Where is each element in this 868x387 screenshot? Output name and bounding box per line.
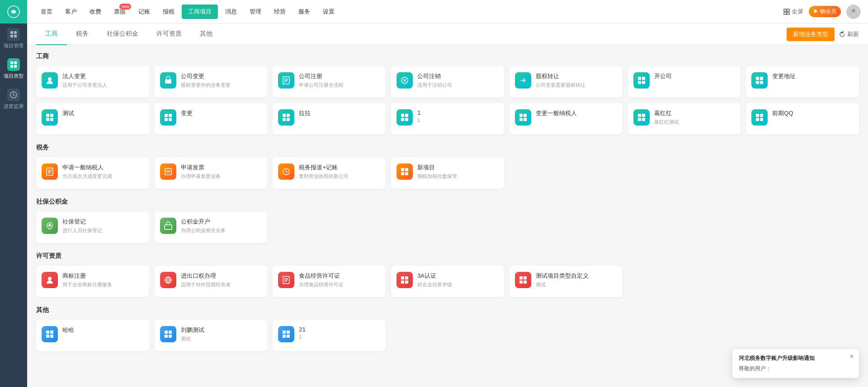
svg-rect-33 (50, 114, 53, 117)
tab-shuiwu[interactable]: 税务 (67, 23, 98, 45)
card-icon (396, 272, 413, 288)
svg-rect-42 (283, 118, 286, 121)
main-area: 首页 客户 收费 票据 new 记账 报税 工商项目 消息 管理 经营 服务 设… (27, 0, 868, 387)
card-icon (160, 72, 176, 89)
card-company-cancel[interactable]: 公司注销 适用于注销公司 (391, 66, 504, 98)
card-lala[interactable]: 拉拉 (273, 103, 386, 135)
svg-rect-57 (760, 114, 763, 117)
card-company-register[interactable]: 公司注册 申请公司注册全流程 (273, 66, 386, 98)
card-icon (633, 109, 650, 126)
card-apply-taxpayer[interactable]: 申请一般纳税人 当月或次月成变更完成 (36, 157, 149, 189)
notification-popup: ✕ 河北税务数字账户升级影响通知 尊敬的用户： (732, 349, 859, 378)
card-open-company[interactable]: 开公司 (628, 66, 741, 98)
card-change[interactable]: 变更 (155, 103, 268, 135)
svg-rect-6 (14, 61, 17, 64)
card-icon (751, 109, 768, 126)
nav-ticket[interactable]: 票据 new (108, 0, 132, 23)
card-provident-fund[interactable]: 公积金开户 办理公积金相关业务 (155, 211, 268, 243)
card-text: 变更地址 (772, 72, 854, 82)
svg-rect-40 (283, 114, 286, 117)
svg-rect-89 (50, 331, 53, 334)
svg-rect-16 (165, 79, 171, 84)
tab-xuke[interactable]: 许可资质 (147, 23, 191, 45)
card-food-license[interactable]: 食品经营许可证 办理食品经营许可证 (273, 266, 386, 297)
user-avatar[interactable] (846, 5, 861, 19)
vip-button[interactable]: ▶ 畅会员 (809, 6, 841, 17)
card-import-export[interactable]: 进出口权办理 适用于对外贸易经营者 (155, 266, 268, 297)
nav-home[interactable]: 首页 (34, 0, 59, 23)
sidebar-item-project-manage[interactable]: 项目管理 (0, 23, 27, 54)
nav-billing[interactable]: 收费 (83, 0, 108, 23)
tab-qita[interactable]: 其他 (191, 23, 222, 45)
card-test[interactable]: 测试 (36, 103, 149, 135)
card-icon (751, 72, 768, 89)
sidebar: 项目管理 项目类型 进度监测 (0, 0, 27, 387)
nav-customer[interactable]: 客户 (59, 0, 83, 23)
card-icon (42, 218, 58, 234)
card-3a-cert[interactable]: 3A认证 对企业信誉评级 (391, 266, 504, 297)
scroll-content: 工商 法人变更 适用于公司变更法人 公司变更 (27, 45, 868, 387)
svg-rect-5 (10, 61, 13, 64)
card-test-type[interactable]: 测试项目类型自定义 测试 (509, 266, 623, 297)
nav-tax[interactable]: 报税 (156, 0, 181, 23)
svg-rect-35 (50, 118, 53, 121)
svg-rect-49 (524, 114, 527, 117)
nav-bookkeeping[interactable]: 记账 (132, 0, 156, 23)
card-equity-transfer[interactable]: 股权转让 公司变更需要股权转让 (509, 66, 623, 98)
svg-rect-32 (46, 114, 49, 117)
card-text: 21 1 (299, 326, 380, 340)
sidebar-item-progress[interactable]: 进度监测 (0, 84, 27, 114)
add-type-button[interactable]: 新增业务类型 (787, 28, 835, 41)
tab-bar-actions: 新增业务类型 刷新 (787, 28, 859, 41)
card-text: 3A认证 对企业信誉评级 (417, 272, 499, 288)
fullscreen-button[interactable]: 全屏 (783, 8, 803, 16)
tab-shebao[interactable]: 社保公积金 (98, 23, 147, 45)
svg-rect-12 (784, 12, 786, 14)
card-new-project[interactable]: 新项目 报税加税控盘保管 (391, 157, 504, 189)
card-tax-report[interactable]: 税务报道+记账 拿到营业执照的新公司 (273, 157, 386, 189)
nav-message[interactable]: 消息 (219, 0, 243, 23)
card-company-change[interactable]: 公司变更 股权变更外的业务变更 (155, 66, 268, 98)
refresh-button[interactable]: 刷新 (839, 30, 859, 38)
svg-rect-97 (287, 331, 290, 334)
card-icon (396, 72, 413, 89)
top-navigation: 首页 客户 收费 票据 new 记账 报税 工商项目 消息 管理 经营 服务 设… (27, 0, 868, 23)
svg-rect-38 (165, 118, 168, 121)
card-qianqi-qq[interactable]: 前期QQ (746, 103, 859, 135)
nav-manage[interactable]: 管理 (243, 0, 268, 23)
nav-industrial[interactable]: 工商项目 (182, 5, 218, 19)
card-haha[interactable]: 哈哈 (36, 320, 149, 351)
svg-rect-3 (10, 35, 13, 37)
card-trademark[interactable]: 商标注册 用于企业商标注册服务 (36, 266, 149, 297)
svg-rect-30 (756, 81, 759, 84)
card-icon (278, 72, 294, 89)
card-social-insurance[interactable]: 社保登记 进行人员社保登记 (36, 211, 149, 243)
card-gehonghong[interactable]: 葛红红 葛红红测试 (628, 103, 741, 135)
svg-rect-59 (760, 118, 763, 121)
card-text: 测试项目类型自定义 测试 (536, 272, 617, 288)
sidebar-item-project-type[interactable]: 项目类型 (0, 54, 27, 84)
svg-rect-50 (519, 118, 523, 121)
card-change-taxpayer[interactable]: 变更一般纳税人 (509, 103, 623, 135)
card-icon (278, 109, 294, 126)
card-text: 哈哈 (62, 326, 144, 336)
svg-rect-8 (14, 65, 17, 68)
nav-settings[interactable]: 设置 (316, 0, 341, 23)
card-twentyone[interactable]: 21 1 (273, 320, 386, 351)
nav-service[interactable]: 服务 (292, 0, 316, 23)
tab-gongshang[interactable]: 工商 (36, 23, 67, 45)
nav-operation[interactable]: 经营 (268, 0, 292, 23)
svg-rect-7 (10, 65, 13, 68)
notification-close-button[interactable]: ✕ (849, 353, 854, 360)
svg-rect-73 (165, 225, 172, 229)
card-legal-change[interactable]: 法人变更 适用于公司变更法人 (36, 66, 149, 98)
card-liupeng[interactable]: 刘鹏测试 测试 (155, 320, 268, 351)
card-one[interactable]: 1 1 (391, 103, 504, 135)
section-title-gongshang: 工商 (36, 52, 859, 61)
card-apply-invoice[interactable]: 申请发票 办理申请发票业务 (155, 157, 268, 189)
svg-rect-93 (169, 331, 172, 334)
section-title-shebao: 社保公积金 (36, 198, 859, 206)
card-text: 公司注册 申请公司注册全流程 (299, 72, 380, 89)
card-change-address[interactable]: 变更地址 (746, 66, 859, 98)
shuiwu-cards: 申请一般纳税人 当月或次月成变更完成 申请发票 办理申请发票业务 (36, 157, 859, 189)
